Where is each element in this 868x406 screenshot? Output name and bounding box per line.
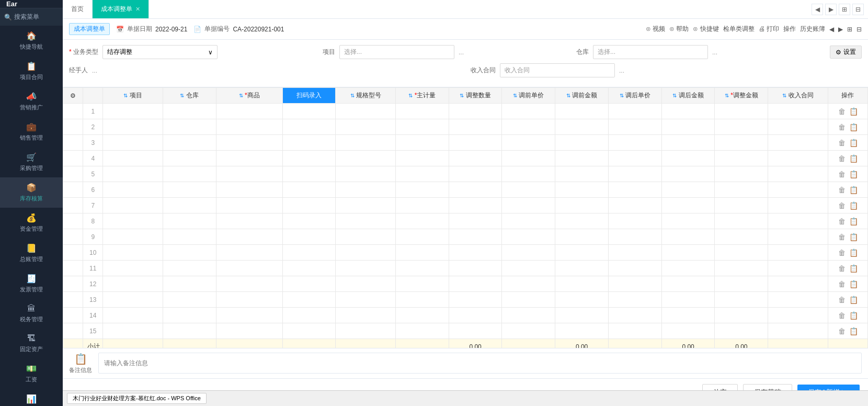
delete-row-icon[interactable]: 🗑 (837, 170, 847, 179)
row-product-cell[interactable] (216, 151, 282, 166)
row-scan-cell[interactable] (282, 245, 336, 261)
copy-row-icon[interactable]: 📋 (849, 107, 858, 116)
row-product-cell[interactable] (216, 276, 282, 292)
row-before-amount-cell[interactable] (555, 135, 609, 151)
row-after-amount-cell[interactable] (661, 119, 715, 135)
row-warehouse-cell[interactable] (163, 276, 216, 292)
copy-row-icon[interactable]: 📋 (849, 185, 858, 195)
sidebar-item-quick-nav[interactable]: 🏠 快捷导航 (0, 26, 63, 56)
row-warehouse-cell[interactable] (163, 245, 216, 261)
row-scan-cell[interactable] (282, 104, 336, 119)
row-after-price-cell[interactable] (608, 166, 661, 182)
row-adjust-amount-cell[interactable] (715, 135, 768, 151)
row-income-contract-cell[interactable] (768, 229, 828, 245)
row-adjust-qty-cell[interactable] (449, 182, 502, 198)
project-col-header[interactable]: ⇅ 项目 (103, 88, 163, 104)
row-adjust-amount-cell[interactable] (715, 292, 768, 308)
row-before-amount-cell[interactable] (555, 229, 609, 245)
row-after-amount-cell[interactable] (661, 166, 715, 182)
row-after-price-cell[interactable] (608, 135, 661, 151)
action-view[interactable]: ⊙ 视频 (646, 25, 665, 33)
warehouse-dots[interactable]: ... (712, 49, 717, 56)
row-after-amount-cell[interactable] (661, 245, 715, 261)
row-product-cell[interactable] (216, 182, 282, 198)
row-project-cell[interactable] (103, 245, 163, 261)
row-warehouse-cell[interactable] (163, 119, 216, 135)
row-warehouse-cell[interactable] (163, 261, 216, 276)
view-list-icon[interactable]: ⊟ (856, 26, 862, 33)
row-before-amount-cell[interactable] (555, 292, 609, 308)
sidebar-item-invoice-mgmt[interactable]: 🧾 发票管理 (0, 268, 63, 299)
row-scan-cell[interactable] (282, 198, 336, 213)
sidebar-item-ops-mgmt[interactable]: 📊 经营管理 (0, 389, 63, 406)
row-spec-cell[interactable] (336, 261, 395, 276)
delete-row-icon[interactable]: 🗑 (837, 279, 847, 289)
row-unit-cell[interactable] (395, 135, 449, 151)
row-warehouse-cell[interactable] (163, 308, 216, 323)
row-project-cell[interactable] (103, 292, 163, 308)
row-product-cell[interactable] (216, 261, 282, 276)
sidebar-item-payroll[interactable]: 💵 工资 (0, 358, 63, 389)
sidebar-search[interactable]: 🔍 搜索菜单 (0, 8, 63, 26)
action-print[interactable]: 🖨 打印 (759, 25, 779, 33)
row-product-cell[interactable] (216, 104, 282, 119)
row-unit-cell[interactable] (395, 261, 449, 276)
row-warehouse-cell[interactable] (163, 229, 216, 245)
row-unit-cell[interactable] (395, 166, 449, 182)
row-product-cell[interactable] (216, 213, 282, 229)
row-adjust-amount-cell[interactable] (715, 104, 768, 119)
action-shortcuts[interactable]: ⊙ 快捷键 (693, 25, 718, 33)
row-before-price-cell[interactable] (502, 245, 555, 261)
delete-row-icon[interactable]: 🗑 (837, 295, 847, 304)
notes-input[interactable] (98, 353, 862, 374)
before-price-col-header[interactable]: ⇅ 调前单价 (502, 88, 555, 104)
row-income-contract-cell[interactable] (768, 261, 828, 276)
sidebar-item-sales-mgmt[interactable]: 💼 销售管理 (0, 117, 63, 147)
delete-row-icon[interactable]: 🗑 (837, 311, 847, 320)
copy-row-icon[interactable]: 📋 (849, 232, 858, 242)
spec-col-header[interactable]: ⇅ 规格型号 (336, 88, 395, 104)
sidebar-item-ledger-mgmt[interactable]: 📒 总账管理 (0, 238, 63, 268)
after-price-col-header[interactable]: ⇅ 调后单价 (608, 88, 661, 104)
scan-col-header[interactable]: 扫码录入 (282, 88, 336, 104)
row-income-contract-cell[interactable] (768, 292, 828, 308)
row-after-price-cell[interactable] (608, 198, 661, 213)
adjust-qty-col-header[interactable]: ⇅ 调整数量 (449, 88, 502, 104)
sidebar-item-tax-mgmt[interactable]: 🏛 税务管理 (0, 299, 63, 329)
row-spec-cell[interactable] (336, 135, 395, 151)
row-before-price-cell[interactable] (502, 308, 555, 323)
row-spec-cell[interactable] (336, 276, 395, 292)
warehouse-select[interactable]: 选择... (593, 45, 708, 59)
row-before-price-cell[interactable] (502, 292, 555, 308)
row-adjust-amount-cell[interactable] (715, 151, 768, 166)
row-income-contract-cell[interactable] (768, 104, 828, 119)
row-before-amount-cell[interactable] (555, 104, 609, 119)
row-warehouse-cell[interactable] (163, 213, 216, 229)
row-warehouse-cell[interactable] (163, 151, 216, 166)
row-unit-cell[interactable] (395, 151, 449, 166)
copy-row-icon[interactable]: 📋 (849, 264, 858, 273)
row-after-price-cell[interactable] (608, 151, 661, 166)
project-dots[interactable]: ... (459, 49, 464, 56)
row-after-amount-cell[interactable] (661, 292, 715, 308)
row-scan-cell[interactable] (282, 276, 336, 292)
copy-row-icon[interactable]: 📋 (849, 154, 858, 163)
row-product-cell[interactable] (216, 229, 282, 245)
row-before-price-cell[interactable] (502, 151, 555, 166)
row-spec-cell[interactable] (336, 229, 395, 245)
row-scan-cell[interactable] (282, 323, 336, 339)
copy-row-icon[interactable]: 📋 (849, 201, 858, 210)
row-adjust-qty-cell[interactable] (449, 229, 502, 245)
row-unit-cell[interactable] (395, 198, 449, 213)
row-adjust-amount-cell[interactable] (715, 261, 768, 276)
delete-row-icon[interactable]: 🗑 (837, 248, 847, 257)
copy-row-icon[interactable]: 📋 (849, 311, 858, 320)
tab-home[interactable]: 首页 (63, 0, 93, 18)
delete-row-icon[interactable]: 🗑 (837, 185, 847, 195)
row-product-cell[interactable] (216, 166, 282, 182)
warehouse-col-header[interactable]: ⇅ 仓库 (163, 88, 216, 104)
row-before-amount-cell[interactable] (555, 308, 609, 323)
action-operations[interactable]: 操作 (783, 25, 796, 33)
copy-row-icon[interactable]: 📋 (849, 326, 858, 336)
delete-row-icon[interactable]: 🗑 (837, 154, 847, 163)
